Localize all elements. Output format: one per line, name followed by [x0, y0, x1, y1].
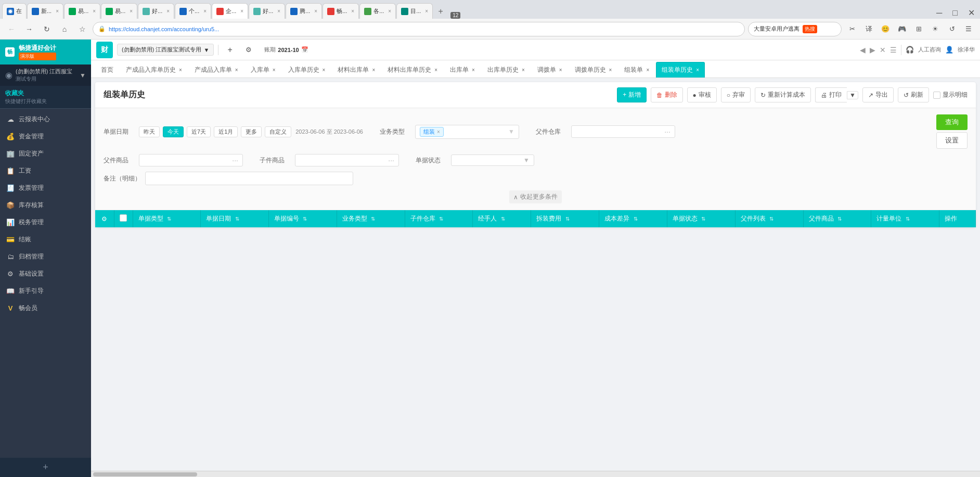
- shortcut-custom[interactable]: 自定义: [265, 126, 291, 137]
- browser-tab-12[interactable]: 目... ×: [396, 3, 433, 19]
- shortcut-7days[interactable]: 近7天: [187, 126, 211, 137]
- search-bar[interactable]: 大量安卓用户逃离 热搜: [748, 22, 842, 36]
- col-parent-goods[interactable]: 父件商品 ⇅: [803, 210, 871, 227]
- bookmark-button[interactable]: ☆: [75, 22, 89, 36]
- page-tab-material-out-history[interactable]: 材料出库单历史 ×: [382, 62, 443, 78]
- collapse-button[interactable]: ∧ 收起更多条件: [509, 190, 562, 203]
- new-button[interactable]: + 新增: [617, 87, 646, 102]
- sidebar-item-cloud-report[interactable]: ☁ 云报表中心: [0, 111, 91, 128]
- bottom-scrollbar[interactable]: [91, 471, 980, 477]
- col-order-type[interactable]: 单据类型 ⇅: [133, 210, 201, 227]
- tab-6-close[interactable]: ×: [203, 8, 207, 14]
- browser-tab-5[interactable]: 好... ×: [138, 3, 174, 19]
- col-biz-type-sort-icon[interactable]: ⇅: [371, 216, 375, 222]
- browser-tab-10[interactable]: 畅... ×: [323, 3, 359, 19]
- sidebar-item-tax-mgmt[interactable]: 📊 税务管理: [0, 214, 91, 231]
- col-disassembly-fee-sort-icon[interactable]: ⇅: [565, 216, 570, 222]
- refresh-button[interactable]: ↺ 刷新: [898, 87, 929, 102]
- sidebar-item-member[interactable]: V 畅会员: [0, 300, 91, 317]
- page-tab-assemble-history[interactable]: 调拨单历史 ×: [569, 62, 618, 78]
- browser-tab-7[interactable]: 企... ×: [212, 3, 248, 19]
- tab-10-close[interactable]: ×: [351, 8, 354, 14]
- col-unit-sort-icon[interactable]: ⇅: [906, 216, 910, 222]
- page-tab-in-history-close[interactable]: ×: [323, 67, 326, 73]
- tabs-prev-arrow[interactable]: ◀: [860, 46, 866, 54]
- col-handler-sort-icon[interactable]: ⇅: [501, 216, 505, 222]
- tabs-more[interactable]: ☰: [890, 46, 897, 54]
- display-detail-checkbox-group[interactable]: 显示明细: [933, 91, 968, 99]
- shortcut-today[interactable]: 今天: [163, 126, 184, 137]
- page-tab-material-out-history-close[interactable]: ×: [434, 67, 437, 73]
- browser-tab-11[interactable]: 各... ×: [359, 3, 396, 19]
- biz-type-dropdown-arrow[interactable]: ▼: [508, 128, 514, 135]
- page-tab-home[interactable]: 首页: [95, 62, 119, 78]
- set-button[interactable]: 设置: [936, 132, 968, 149]
- page-tab-material-out-close[interactable]: ×: [372, 67, 375, 73]
- col-order-no[interactable]: 单据编号 ⇅: [269, 210, 337, 227]
- col-child-warehouse[interactable]: 子件仓库 ⇅: [405, 210, 473, 227]
- tab-4-close[interactable]: ×: [130, 8, 133, 14]
- page-tab-prod-in-history-close[interactable]: ×: [179, 67, 182, 73]
- browser-tab-3[interactable]: 易... ×: [64, 3, 100, 19]
- query-button[interactable]: 查询: [936, 114, 968, 130]
- page-tab-pack-history-close[interactable]: ×: [696, 67, 699, 73]
- col-parent-list[interactable]: 父件列表 ⇅: [735, 210, 803, 227]
- col-order-date[interactable]: 单据日期 ⇅: [201, 210, 269, 227]
- col-biz-type[interactable]: 业务类型 ⇅: [337, 210, 405, 227]
- address-bar[interactable]: 🔒 https://cloud.chanjet.com/accounting/u…: [93, 22, 745, 36]
- col-checkbox[interactable]: [114, 210, 133, 227]
- undo-icon[interactable]: ↺: [945, 22, 959, 36]
- page-tab-pack-history[interactable]: 组装单历史 ×: [656, 62, 705, 78]
- browser-tab-6[interactable]: 个... ×: [175, 3, 211, 19]
- sidebar-item-new-guide[interactable]: 📖 新手引导: [0, 282, 91, 300]
- col-order-no-sort-icon[interactable]: ⇅: [303, 216, 307, 222]
- child-goods-more-icon[interactable]: ···: [388, 156, 394, 164]
- page-tab-material-out[interactable]: 材料出库单 ×: [332, 62, 381, 78]
- shortcut-1month[interactable]: 近1月: [214, 126, 238, 137]
- display-detail-checkbox[interactable]: [933, 92, 940, 99]
- abandon-button[interactable]: ○ 弃审: [721, 87, 751, 102]
- page-tab-pack-close[interactable]: ×: [646, 67, 649, 73]
- delete-button[interactable]: 🗑 删除: [651, 87, 683, 102]
- shortcut-more[interactable]: 更多: [241, 126, 262, 137]
- sidebar-item-fund-mgmt[interactable]: 💰 资金管理: [0, 128, 91, 145]
- tab-3-close[interactable]: ×: [93, 8, 96, 14]
- shortcut-yesterday[interactable]: 昨天: [139, 126, 160, 137]
- page-tab-prod-in[interactable]: 产成品入库单 ×: [189, 62, 244, 78]
- parent-warehouse-input[interactable]: ···: [571, 125, 675, 138]
- reload-button[interactable]: ↻: [40, 22, 54, 36]
- sidebar-account[interactable]: ◉ (勿删勿禁用) 江西服宝 测试专用 ▼: [0, 65, 91, 86]
- sidebar-item-salary[interactable]: 📋 工资: [0, 162, 91, 179]
- home-button[interactable]: ⌂: [57, 22, 72, 36]
- col-parent-goods-sort-icon[interactable]: ⇅: [837, 216, 842, 222]
- emoji-icon[interactable]: 😊: [878, 22, 893, 36]
- menu-icon[interactable]: ☰: [961, 22, 976, 36]
- add-module-button[interactable]: +: [223, 43, 237, 57]
- col-order-type-sort-icon[interactable]: ⇅: [167, 216, 171, 222]
- browser-tab-2[interactable]: 新... ×: [27, 3, 63, 19]
- scrollbar-thumb[interactable]: [93, 472, 197, 476]
- col-order-date-sort-icon[interactable]: ⇅: [235, 216, 239, 222]
- tab-9-close[interactable]: ×: [314, 8, 317, 14]
- company-select[interactable]: (勿删勿禁用) 江西服宝测试专用 ▼: [117, 44, 214, 56]
- col-child-warehouse-sort-icon[interactable]: ⇅: [439, 216, 443, 222]
- page-tab-out-history[interactable]: 出库单历史 ×: [482, 62, 531, 78]
- tab-8-close[interactable]: ×: [277, 8, 280, 14]
- close-window-button[interactable]: ✕: [965, 7, 978, 19]
- child-goods-input[interactable]: ···: [295, 154, 399, 166]
- sidebar-item-fixed-assets[interactable]: 🏢 固定资产: [0, 145, 91, 162]
- page-tab-prod-in-history[interactable]: 产成品入库单历史 ×: [120, 62, 188, 78]
- minimize-button[interactable]: ─: [933, 7, 945, 19]
- browser-tab-1[interactable]: 在: [2, 3, 27, 19]
- page-tab-out-order-close[interactable]: ×: [472, 67, 475, 73]
- print-dropdown[interactable]: ▼: [847, 91, 858, 99]
- parent-goods-more-icon[interactable]: ···: [232, 156, 238, 164]
- tab-12-close[interactable]: ×: [425, 8, 428, 14]
- page-tab-prod-in-close[interactable]: ×: [235, 67, 238, 73]
- col-settings[interactable]: ⚙: [95, 210, 114, 227]
- new-tab-button[interactable]: +: [433, 4, 448, 19]
- sidebar-item-archive-mgmt[interactable]: 🗂 归档管理: [0, 248, 91, 265]
- grid-icon[interactable]: ⊞: [911, 22, 926, 36]
- sun-icon[interactable]: ☀: [928, 22, 943, 36]
- tab-5-close[interactable]: ×: [166, 8, 170, 14]
